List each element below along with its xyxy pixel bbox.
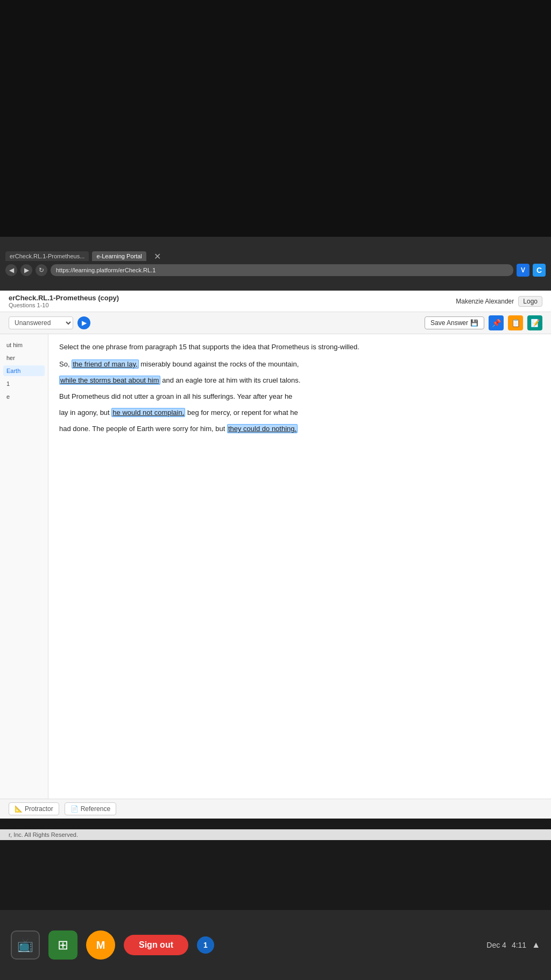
notes-button[interactable]: 📝	[527, 315, 542, 330]
passage-text: So, the friend of man lay, miserably bou…	[59, 358, 540, 435]
phrase-friend-of-man[interactable]: the friend of man lay,	[72, 359, 138, 369]
reference-label: Reference	[81, 805, 110, 813]
refresh-button[interactable]: ↻	[36, 264, 47, 276]
content-area: ut him her Earth 1 e Select the one phra…	[0, 334, 551, 803]
footer: r, Inc. All Rights Reserved.	[0, 829, 551, 840]
taskbar-inner: 📺 ⊞ M Sign out 1 Dec 4 4:11 ▲	[0, 910, 551, 980]
reference-icon: 📄	[70, 805, 79, 813]
tab-label-2: e-Learning Portal	[96, 253, 142, 259]
passage-word-eagle: and an eagle tore at him with its cruel …	[162, 376, 300, 384]
browser-toolbar: ◀ ▶ ↻ V C	[5, 264, 546, 277]
browser-chrome: erCheck.RL.1-Prometheus... e-Learning Po…	[0, 237, 551, 291]
address-bar[interactable]	[51, 264, 513, 276]
grid-icon: ⊞	[58, 937, 68, 953]
protractor-button[interactable]: 📐 Protractor	[9, 802, 59, 815]
user-name: Makenzie Alexander	[456, 298, 514, 305]
passage-sentence-2: while the storms beat about him and an e…	[59, 375, 540, 386]
taskbar: 📺 ⊞ M Sign out 1 Dec 4 4:11 ▲	[0, 840, 551, 980]
laptop-bezel	[0, 0, 551, 237]
app-user-area: Makenzie Alexander Logo	[456, 296, 542, 307]
user-avatar: M	[86, 930, 115, 960]
phrase-storms-beat[interactable]: while the storms beat about him	[59, 376, 160, 385]
browser-tab-bar: erCheck.RL.1-Prometheus... e-Learning Po…	[5, 251, 546, 262]
notification-badge: 1	[197, 936, 214, 954]
sidebar-item-1[interactable]: 1	[3, 378, 45, 389]
save-answer-label: Save Answer	[430, 319, 468, 327]
protractor-label: Protractor	[25, 805, 53, 813]
avatar-initial: M	[96, 939, 105, 951]
phrase-would-not-complain[interactable]: he would not complain,	[111, 408, 185, 417]
forward-button[interactable]: ▶	[20, 264, 32, 276]
app-container: erCheck.RL.1-Prometheus (copy) Questions…	[0, 291, 551, 819]
taskbar-icon-tv[interactable]: 📺	[11, 930, 40, 960]
wifi-icon: ▲	[532, 940, 540, 950]
protractor-icon: 📐	[15, 805, 23, 813]
sidebar-item-uthim[interactable]: ut him	[3, 340, 45, 350]
left-sidebar: ut him her Earth 1 e	[0, 334, 48, 803]
flag-button[interactable]: 📋	[508, 315, 523, 330]
tools-bar: 📐 Protractor 📄 Reference	[0, 799, 551, 819]
system-time: 4:11	[512, 941, 526, 949]
logo-button[interactable]: Logo	[518, 296, 542, 307]
extension-c-icon[interactable]: C	[533, 264, 546, 277]
tab-label-1: erCheck.RL.1-Prometheus...	[10, 253, 84, 259]
sidebar-item-her[interactable]: her	[3, 352, 45, 363]
back-button[interactable]: ◀	[5, 264, 17, 276]
filter-bar: Unanswered ▶ Save Answer 💾 📌 📋 📝	[0, 312, 551, 334]
system-time-area: Dec 4 4:11 ▲	[486, 940, 540, 950]
phrase-could-do-nothing[interactable]: they could do nothing.	[227, 424, 298, 433]
filter-play-button[interactable]: ▶	[77, 316, 90, 329]
app-title-area: erCheck.RL.1-Prometheus (copy) Questions…	[9, 294, 119, 308]
copyright-text: r, Inc. All Rights Reserved.	[9, 831, 78, 838]
passage-word-so: So,	[59, 360, 72, 368]
taskbar-icon-green-grid[interactable]: ⊞	[48, 930, 77, 960]
tab-close-icon[interactable]: ✕	[154, 251, 161, 262]
system-date: Dec 4	[486, 941, 506, 949]
sidebar-item-e[interactable]: e	[3, 391, 45, 402]
app-subtitle: Questions 1-10	[9, 302, 119, 308]
save-icon: 💾	[470, 319, 478, 327]
browser-tab-2[interactable]: e-Learning Portal	[92, 251, 146, 261]
passage-sentence-5: had done. The people of Earth were sorry…	[59, 423, 540, 435]
passage-sentence-3: But Prometheus did not utter a groan in …	[59, 391, 540, 403]
tv-icon: 📺	[17, 937, 33, 953]
passage-word-miserably: miserably bound against the rocks of the…	[140, 360, 299, 368]
main-reading-area: Select the one phrase from paragraph 15 …	[48, 334, 551, 803]
sign-out-button[interactable]: Sign out	[124, 935, 188, 955]
app-header: erCheck.RL.1-Prometheus (copy) Questions…	[0, 291, 551, 312]
question-instruction: Select the one phrase from paragraph 15 …	[59, 343, 540, 351]
sidebar-item-earth[interactable]: Earth	[3, 365, 45, 376]
browser-tab-1[interactable]: erCheck.RL.1-Prometheus...	[5, 251, 89, 261]
passage-sentence-1: So, the friend of man lay, miserably bou…	[59, 358, 540, 370]
reference-button[interactable]: 📄 Reference	[65, 802, 116, 815]
extension-v-icon[interactable]: V	[517, 264, 529, 277]
bookmark-button[interactable]: 📌	[489, 315, 504, 330]
passage-sentence-4: lay in agony, but he would not complain,…	[59, 407, 540, 419]
app-title: erCheck.RL.1-Prometheus (copy)	[9, 294, 119, 302]
save-answer-button[interactable]: Save Answer 💾	[425, 316, 484, 329]
status-filter-select[interactable]: Unanswered	[9, 316, 73, 329]
